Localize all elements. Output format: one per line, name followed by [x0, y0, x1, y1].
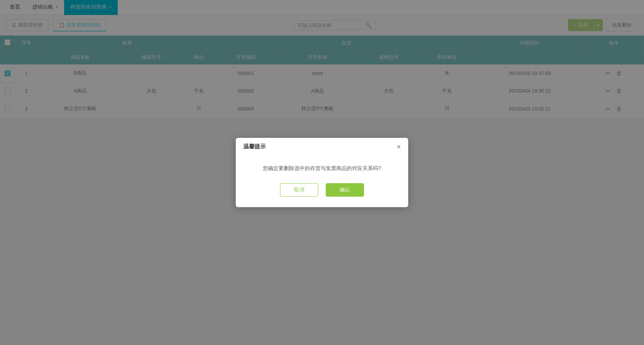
dialog-overlay: 温馨提示 × 您确定要删除选中的存货与发票商品的对应关系吗? 取消 确认 — [0, 0, 644, 118]
